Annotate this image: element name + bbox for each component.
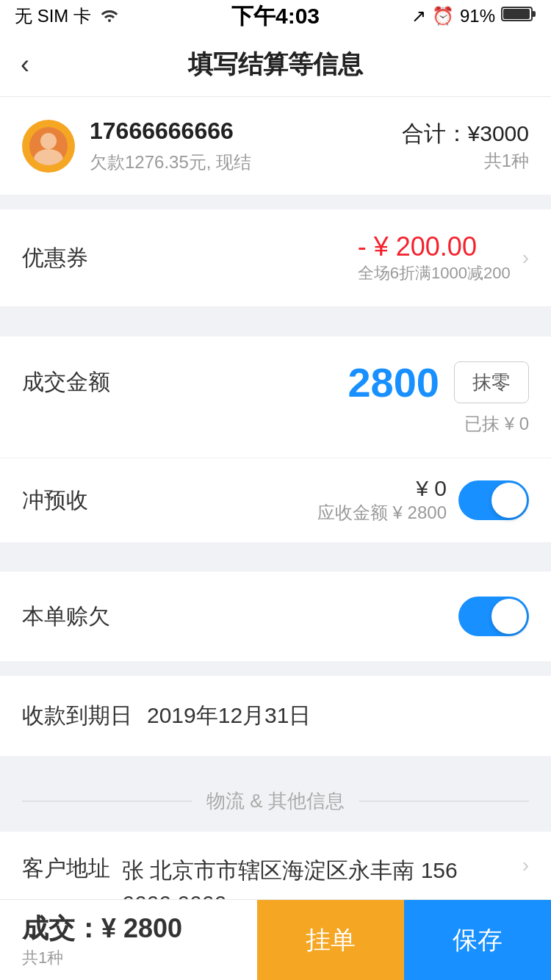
separator-2 — [0, 557, 551, 572]
amount-label: 成交金额 — [22, 367, 110, 397]
chevron-right-icon: › — [522, 246, 529, 270]
avatar — [22, 120, 75, 173]
bottom-bar: 成交：¥ 2800 共1种 挂单 保存 — [0, 899, 551, 980]
coupon-value-block: - ¥ 200.00 全场6折满1000减200 — [358, 231, 511, 284]
amount-row: 成交金额 2800 抹零 — [22, 359, 529, 406]
amount-sub: 已抹 ¥ 0 — [22, 412, 529, 436]
bottom-info: 成交：¥ 2800 共1种 — [0, 900, 257, 980]
battery-text: 91% — [460, 6, 495, 26]
coupon-right: - ¥ 200.00 全场6折满1000减200 › — [358, 231, 529, 284]
customer-right: 合计：¥3000 共1种 — [402, 119, 529, 173]
status-left: 无 SIM 卡 — [15, 4, 120, 28]
prepay-label: 冲预收 — [22, 486, 88, 516]
status-right: ↗ ⏰ 91% — [411, 5, 536, 27]
page-title: 填写结算等信息 — [188, 48, 363, 82]
divider-line-left — [22, 801, 192, 801]
address-chevron-icon: › — [522, 854, 529, 877]
coupon-section: 优惠券 - ¥ 200.00 全场6折满1000减200 › — [0, 209, 551, 307]
coupon-label: 优惠券 — [22, 243, 88, 273]
customer-note: 欠款1276.35元, 现结 — [90, 151, 251, 174]
toggle-knob — [491, 483, 527, 518]
wifi-icon — [98, 6, 120, 26]
customer-left: 17666666666 欠款1276.35元, 现结 — [22, 118, 251, 174]
alarm-icon: ⏰ — [432, 6, 454, 26]
debt-label: 本单赊欠 — [22, 602, 110, 632]
amount-value: 2800 — [347, 359, 439, 406]
address-label: 客户地址 — [22, 854, 110, 884]
prepay-row: 冲预收 ¥ 0 应收金额 ¥ 2800 — [22, 476, 529, 525]
save-button[interactable]: 保存 — [404, 900, 551, 980]
prepay-right: ¥ 0 应收金额 ¥ 2800 — [317, 476, 529, 525]
status-time: 下午4:03 — [231, 1, 320, 32]
prepay-section: 冲预收 ¥ 0 应收金额 ¥ 2800 — [0, 458, 551, 542]
nav-bar: ‹ 填写结算等信息 — [0, 32, 551, 97]
coupon-row[interactable]: 优惠券 - ¥ 200.00 全场6折满1000减200 › — [0, 209, 551, 307]
svg-rect-1 — [532, 11, 536, 17]
duedate-section: 收款到期日 2019年12月31日 — [0, 676, 551, 756]
duedate-value: 2019年12月31日 — [147, 701, 311, 731]
total-count: 共1种 — [402, 149, 529, 173]
hold-button[interactable]: 挂单 — [257, 900, 404, 980]
logistics-divider: 物流 & 其他信息 — [0, 771, 551, 832]
divider-text: 物流 & 其他信息 — [206, 788, 345, 814]
debt-section: 本单赊欠 — [0, 572, 551, 661]
back-button[interactable]: ‹ — [21, 49, 29, 80]
svg-rect-2 — [503, 9, 530, 19]
debt-toggle-knob — [491, 599, 527, 634]
prepay-toggle[interactable] — [458, 480, 529, 520]
prepay-sub: 应收金额 ¥ 2800 — [317, 501, 447, 525]
customer-phone: 17666666666 — [90, 118, 251, 145]
battery-icon — [501, 5, 536, 27]
amount-right: 2800 抹零 — [347, 359, 529, 406]
debt-toggle[interactable] — [458, 597, 529, 636]
no-sim-text: 无 SIM 卡 — [15, 4, 91, 28]
deal-amount: ¥ 2800 — [101, 913, 182, 943]
amount-section: 成交金额 2800 抹零 已抹 ¥ 0 冲预收 ¥ 0 应收金额 ¥ 2800 — [0, 336, 551, 542]
customer-card: 17666666666 欠款1276.35元, 现结 合计：¥3000 共1种 — [0, 97, 551, 195]
duedate-label: 收款到期日 — [22, 701, 132, 731]
customer-info: 17666666666 欠款1276.35元, 现结 — [90, 118, 251, 174]
total-value: 合计：¥3000 — [402, 119, 529, 149]
status-bar: 无 SIM 卡 下午4:03 ↗ ⏰ 91% — [0, 0, 551, 32]
separator-1 — [0, 322, 551, 336]
prepay-amount: ¥ 0 应收金额 ¥ 2800 — [317, 476, 447, 525]
coupon-sub: 全场6折满1000减200 — [358, 262, 511, 284]
location-icon: ↗ — [411, 6, 426, 26]
prepay-value: ¥ 0 — [317, 476, 447, 501]
bottom-count: 共1种 — [22, 947, 235, 969]
divider-line-right — [359, 801, 529, 801]
deal-label: 成交： — [22, 913, 101, 943]
coupon-value: - ¥ 200.00 — [358, 231, 511, 262]
round-button[interactable]: 抹零 — [454, 361, 529, 403]
avatar-inner — [29, 127, 68, 165]
bottom-deal: 成交：¥ 2800 — [22, 911, 235, 947]
